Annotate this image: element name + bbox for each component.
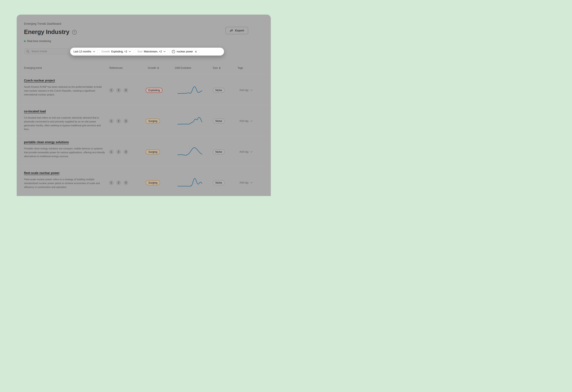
add-tag-label: Add tag — [239, 150, 248, 153]
sparkline-path — [178, 117, 202, 124]
column-header-size[interactable]: Size — [213, 66, 221, 70]
chevron-down-icon — [163, 51, 166, 52]
size-badge: Niche — [213, 119, 225, 124]
add-tag-dropdown[interactable]: Add tag — [239, 150, 253, 153]
trend-description: Fleet-scale nuclear power refers to a st… — [24, 177, 106, 189]
evolution-sparkline — [177, 115, 203, 127]
column-header-trend: Emerging trend — [24, 66, 42, 70]
add-tag-dropdown[interactable]: Add tag — [239, 181, 253, 184]
search-box[interactable] — [24, 48, 70, 54]
growth-filter-value: Exploding, +2 — [111, 50, 127, 53]
column-header-growth[interactable]: Growth — [148, 66, 159, 70]
trend-title-link[interactable]: fleet-scale nuclear power — [24, 171, 60, 175]
reference-chip[interactable]: 2 — [116, 180, 121, 185]
search-input[interactable] — [31, 50, 68, 53]
chevron-down-icon — [250, 182, 253, 184]
growth-badge: Surging — [146, 149, 160, 155]
trend-title-link[interactable]: portable clean energy solutions — [24, 141, 69, 144]
live-dot-icon — [24, 40, 26, 42]
table-header: Emerging trend References Growth 24M Evo… — [17, 66, 271, 70]
keyword-tag-label: nuclear power — [176, 50, 193, 53]
search-icon — [26, 50, 30, 53]
share-icon — [230, 29, 233, 32]
trend-description: South Korea's KHNP has been selected as … — [24, 85, 106, 96]
status-label: Real time monitoring — [27, 40, 51, 43]
time-range-value: Last 12 months — [73, 50, 91, 53]
add-tag-dropdown[interactable]: Add tag — [239, 89, 253, 92]
reference-chip[interactable]: 2 — [116, 150, 121, 154]
filter-bar: Last 12 months Growth:Exploding, +2 Size… — [70, 48, 224, 56]
export-label: Export — [235, 29, 244, 32]
growth-filter-label: Growth: — [101, 50, 111, 53]
growth-badge: Surging — [146, 180, 160, 185]
status-row: Real time monitoring — [24, 40, 51, 43]
add-tag-label: Add tag — [239, 181, 248, 184]
sort-icon — [219, 67, 221, 69]
trend-description: Portable clean energy solutions are comp… — [24, 147, 106, 158]
growth-badge: Exploding — [146, 88, 162, 93]
export-button[interactable]: Export — [225, 27, 248, 34]
size-filter-value: Mainstream, +2 — [144, 50, 162, 53]
reference-chip[interactable]: 3 — [124, 119, 128, 124]
dashboard-card: Emerging Trends Dashboard Energy Industr… — [17, 15, 271, 196]
help-icon[interactable]: ? — [72, 30, 77, 34]
growth-filter-dropdown[interactable]: Growth:Exploding, +2 — [99, 49, 133, 55]
table-row: Czech nuclear project South Korea's KHNP… — [17, 74, 271, 105]
chevron-down-icon — [250, 90, 253, 91]
chevron-down-icon — [93, 51, 95, 52]
time-range-dropdown[interactable]: Last 12 months — [71, 49, 97, 55]
sparkline-path — [178, 178, 202, 186]
table-row: portable clean energy solutions Portable… — [17, 136, 271, 167]
reference-chip[interactable]: 3 — [124, 180, 128, 185]
size-filter-dropdown[interactable]: Size:Mainstream, +2 — [135, 49, 168, 55]
breadcrumb: Emerging Trends Dashboard — [24, 22, 61, 25]
evolution-sparkline — [177, 84, 203, 96]
growth-badge: Surging — [146, 119, 160, 124]
sparkline-path — [178, 87, 202, 94]
reference-chip[interactable]: 2 — [116, 88, 121, 93]
references-group: 1 2 3 — [109, 150, 128, 154]
references-group: 1 2 3 — [109, 180, 128, 185]
size-badge: Niche — [213, 180, 225, 185]
sort-icon — [157, 67, 159, 69]
close-icon[interactable] — [195, 51, 197, 53]
reference-chip[interactable]: 1 — [109, 180, 114, 185]
add-tag-label: Add tag — [239, 89, 248, 92]
chevron-down-icon — [250, 151, 253, 153]
reference-chip[interactable]: 3 — [124, 150, 128, 154]
column-header-references: References — [109, 66, 123, 70]
references-group: 1 2 3 — [109, 119, 128, 124]
reference-chip[interactable]: 1 — [109, 150, 114, 154]
title-row: Energy Industry ? — [24, 29, 77, 35]
column-header-tags: Tags — [238, 66, 243, 70]
size-filter-label: Size: — [137, 50, 143, 53]
trend-table-body: Czech nuclear project South Korea's KHNP… — [17, 74, 271, 196]
size-badge: Niche — [213, 88, 225, 93]
page-title: Energy Industry — [24, 29, 69, 35]
keyword-filter-chip[interactable]: nuclear power — [170, 49, 199, 55]
chevron-down-icon — [129, 51, 131, 52]
size-badge: Niche — [213, 149, 225, 155]
column-header-evolution: 24M Evolution — [175, 66, 191, 70]
evolution-sparkline — [177, 146, 203, 158]
references-group: 1 2 3 — [109, 88, 128, 93]
add-tag-label: Add tag — [239, 119, 248, 123]
sparkline-path — [178, 148, 202, 155]
field-icon — [172, 50, 175, 53]
reference-chip[interactable]: 1 — [109, 88, 114, 93]
evolution-sparkline — [177, 177, 203, 188]
reference-chip[interactable]: 1 — [109, 119, 114, 124]
reference-chip[interactable]: 2 — [116, 119, 121, 124]
trend-title-link[interactable]: co-located load — [24, 110, 46, 113]
table-row: co-located load Co-located load refers t… — [17, 105, 271, 136]
table-row: fleet-scale nuclear power Fleet-scale nu… — [17, 167, 271, 196]
trend-title-link[interactable]: Czech nuclear project — [24, 79, 55, 82]
chevron-down-icon — [250, 120, 253, 122]
reference-chip[interactable]: 3 — [124, 88, 128, 93]
add-tag-dropdown[interactable]: Add tag — [239, 119, 253, 123]
trend-description: Co-located load refers to end-use custom… — [24, 116, 106, 131]
